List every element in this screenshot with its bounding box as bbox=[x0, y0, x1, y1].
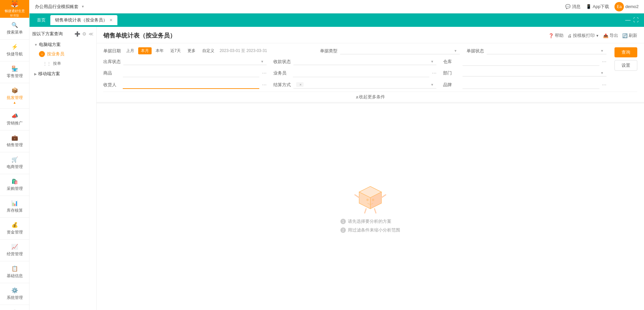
salesperson-scheme-icon: ○ bbox=[39, 51, 45, 57]
date-btn-this-year[interactable]: 本年 bbox=[153, 47, 166, 54]
department-arrow-icon: ▼ bbox=[600, 71, 604, 75]
refresh-icon: 🔄 bbox=[622, 33, 628, 38]
sidebar-item-search[interactable]: 🔍 搜索菜单 bbox=[0, 18, 29, 40]
avatar-text: Ea bbox=[617, 4, 622, 9]
date-btn-last-month[interactable]: 上月 bbox=[123, 47, 137, 54]
btn-group: 查询 设置 bbox=[614, 47, 637, 92]
tip-1-text: 请先选择要分析的方案 bbox=[348, 218, 391, 224]
out-status-select[interactable]: ▼ bbox=[123, 58, 267, 65]
sidebar-item-purchase[interactable]: 🛍️ 采购管理 bbox=[0, 174, 29, 196]
mobile-group-expand-icon: ▶ bbox=[34, 72, 37, 76]
tab-home[interactable]: 首页 bbox=[32, 15, 50, 25]
sidebar-item-purchase-label: 采购管理 bbox=[7, 186, 23, 192]
export-icon: 📤 bbox=[603, 33, 608, 38]
sidebar-item-wholesale[interactable]: 📦 批发管理 ▲ bbox=[0, 83, 29, 109]
sales-icon: 💼 bbox=[11, 135, 18, 141]
scheme-group-pc-title[interactable]: ▼ 电脑端方案 bbox=[32, 40, 94, 49]
help-btn[interactable]: ❓ 帮助 bbox=[548, 33, 564, 39]
app-logo[interactable]: 🦊 畅捷通好生意 标准版 bbox=[0, 0, 30, 18]
logo-sub-text: 标准版 bbox=[10, 13, 19, 18]
print-btn[interactable]: 🖨 按模板打印 ▼ bbox=[568, 33, 599, 39]
collapse-icon: ∧ bbox=[356, 95, 359, 100]
sidebar-item-ecommerce[interactable]: 🛒 电商管理 bbox=[0, 152, 29, 174]
sidebar-item-basic[interactable]: 📋 基础信息 bbox=[0, 261, 29, 283]
filter-out-status-field: 出库状态 ▼ bbox=[103, 58, 267, 65]
help-label: 帮助 bbox=[555, 33, 564, 39]
collapse-btn[interactable]: ∧ 收起更多条件 bbox=[103, 92, 637, 102]
settlement-tag-remove[interactable]: × bbox=[300, 83, 302, 87]
settings-button[interactable]: 设置 bbox=[614, 60, 637, 71]
breadcrumb-text: 办公用品行业模拟账套 bbox=[35, 4, 78, 10]
tab-report[interactable]: 销售单统计表（按业务员） ✕ bbox=[50, 15, 117, 25]
app-download-label: App下载 bbox=[593, 4, 609, 10]
wholesale-icon: 📦 bbox=[11, 87, 18, 94]
tip-1-num: 1 bbox=[340, 219, 346, 224]
export-btn[interactable]: 📤 导出 bbox=[603, 33, 618, 39]
tab-close-icon[interactable]: ✕ bbox=[109, 18, 113, 22]
app-download-icon: 📱 bbox=[586, 4, 591, 9]
sidebar-item-enterprise[interactable]: 🏢 企业协同 bbox=[0, 305, 29, 310]
sidebar-item-retail[interactable]: 🏪 零售管理 bbox=[0, 61, 29, 83]
payment-status-arrow-icon: ▼ bbox=[430, 60, 434, 63]
recipient-input[interactable] bbox=[123, 81, 259, 89]
date-btn-this-month[interactable]: 本月 bbox=[138, 47, 152, 54]
sidebar-item-system[interactable]: ⚙️ 系统管理 bbox=[0, 283, 29, 305]
print-icon: 🖨 bbox=[568, 33, 572, 38]
user-profile[interactable]: Ea demo2 bbox=[614, 2, 639, 11]
scheme-group-mobile-title[interactable]: ▶ 移动端方案 bbox=[32, 69, 94, 78]
settlement-arrow-icon: ▼ bbox=[430, 83, 434, 87]
collapse-panel-btn[interactable]: ≪ bbox=[89, 31, 94, 37]
settlement-select[interactable]: × ▼ bbox=[293, 81, 437, 89]
date-btn-custom[interactable]: 自定义 bbox=[200, 47, 217, 54]
doc-type-select[interactable]: ▼ bbox=[340, 48, 460, 54]
payment-status-select[interactable]: ▼ bbox=[293, 58, 437, 65]
filter-with-btn: 单据日期 上月 本月 本年 近7天 更多 自定义 2023-03-01 至 20… bbox=[103, 47, 637, 92]
ecommerce-icon: 🛒 bbox=[11, 156, 18, 163]
sidebar-item-inventory[interactable]: 📊 库存核算 bbox=[0, 196, 29, 218]
doc-status-select[interactable]: ▼ bbox=[487, 48, 606, 54]
doc-type-label: 单据类型 bbox=[320, 48, 337, 54]
message-icon: 💬 bbox=[565, 4, 571, 9]
breadcrumb-dropdown-icon[interactable]: ▼ bbox=[81, 5, 85, 8]
doc-type-arrow-icon: ▼ bbox=[454, 49, 457, 53]
tip-2-num: 2 bbox=[340, 227, 346, 233]
add-scheme-btn[interactable]: ➕ bbox=[74, 31, 80, 37]
scheme-item-salesperson[interactable]: ○ 按业务员 bbox=[32, 49, 94, 59]
department-label: 部门 bbox=[443, 70, 460, 76]
date-btn-7days[interactable]: 近7天 bbox=[168, 47, 183, 54]
brand-label: 品牌 bbox=[443, 82, 460, 88]
product-input[interactable] bbox=[123, 69, 259, 77]
warehouse-input[interactable] bbox=[463, 58, 599, 66]
tab-maximize-icon[interactable]: ⛶ bbox=[633, 17, 639, 23]
doc-status-label: 单据状态 bbox=[467, 48, 484, 54]
invoice-label: 按单 bbox=[53, 61, 61, 66]
date-label: 单据日期 bbox=[103, 48, 121, 54]
brand-input[interactable] bbox=[463, 81, 599, 89]
department-select[interactable]: ▼ bbox=[463, 70, 606, 76]
query-button[interactable]: 查询 bbox=[614, 47, 637, 57]
sidebar-item-operation[interactable]: 📈 经营管理 bbox=[0, 240, 29, 261]
sidebar-item-operation-label: 经营管理 bbox=[7, 251, 23, 257]
message-btn[interactable]: 💬 消息 bbox=[565, 4, 581, 10]
tip-2-text: 用过滤条件来缩小分析范围 bbox=[348, 227, 400, 233]
sidebar-item-marketing[interactable]: 📣 营销推广 bbox=[0, 109, 29, 131]
recipient-dots[interactable]: ··· bbox=[262, 82, 266, 88]
salesperson-dots[interactable]: ··· bbox=[432, 70, 436, 76]
salesperson-input[interactable] bbox=[293, 69, 429, 77]
tab-minimize-icon[interactable]: — bbox=[625, 17, 631, 23]
product-dots[interactable]: ··· bbox=[262, 70, 266, 76]
date-btn-more[interactable]: 更多 bbox=[185, 47, 198, 54]
sidebar-item-sales[interactable]: 💼 销售管理 bbox=[0, 131, 29, 152]
sidebar-item-quick-nav[interactable]: ⚡ 快捷导航 bbox=[0, 40, 29, 61]
warehouse-dots[interactable]: ··· bbox=[602, 59, 606, 65]
scheme-sub-item-invoice[interactable]: ⋮⋮ 按单 bbox=[32, 59, 94, 68]
logo-icon: 🦊 bbox=[10, 0, 19, 8]
sidebar-item-finance[interactable]: 💰 资金管理 bbox=[0, 218, 29, 240]
filter-brand-field: 品牌 ··· bbox=[443, 81, 606, 89]
settings-scheme-btn[interactable]: ⚙ bbox=[82, 31, 87, 37]
app-download-btn[interactable]: 📱 App下载 bbox=[586, 4, 609, 10]
brand-dots[interactable]: ··· bbox=[602, 82, 606, 88]
svg-line-8 bbox=[355, 195, 359, 197]
refresh-btn[interactable]: 🔄 刷新 bbox=[622, 33, 637, 39]
sidebar-item-wholesale-label: 批发管理 bbox=[7, 95, 23, 101]
